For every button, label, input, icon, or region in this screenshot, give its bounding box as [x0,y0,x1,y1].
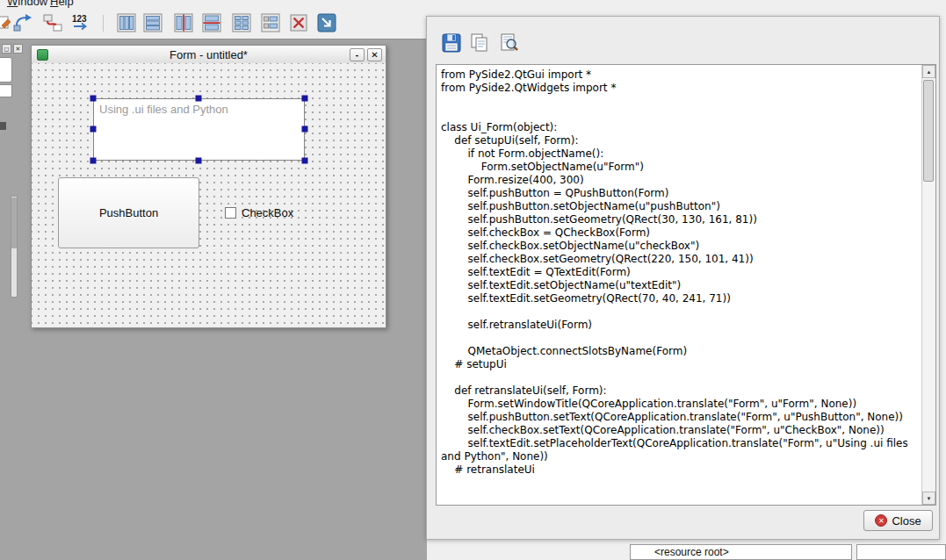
code-scrollbar-thumb[interactable] [923,80,934,182]
code-line [441,371,908,384]
pushbutton-widget[interactable]: PushButton [58,177,199,248]
find-icon[interactable] [499,32,520,54]
resource-root-item[interactable]: <resource root> [630,544,852,560]
code-line: and Python", None)) [441,450,908,463]
code-line: Form.setObjectName(u"Form") [441,161,908,174]
code-line: QMetaObject.connectSlotsByName(Form) [441,345,908,358]
code-text: from PySide2.QtGui import *from PySide2.… [441,68,908,477]
selection-handle-top-mid[interactable] [196,96,202,102]
code-line: self.textEdit.setGeometry(QRect(70, 40, … [441,292,908,305]
code-line: self.pushButton.setText(QCoreApplication… [441,411,908,424]
checkbox-widget[interactable]: CheckBox [225,195,314,231]
close-button-label: Close [892,514,921,528]
code-line: self.pushButton.setObjectName(u"pushButt… [441,200,908,213]
code-line: self.textEdit.setPlaceholderText(QCoreAp… [441,437,908,450]
code-line: # setupUi [441,358,908,371]
code-line: class Ui_Form(object): [441,121,908,134]
adjust-size-icon[interactable] [316,12,337,33]
selection-handle-bottom-right[interactable] [302,158,308,164]
code-line: Form.setWindowTitle(QCoreApplication.tra… [441,398,908,411]
code-line: self.textEdit.setObjectName(u"textEdit") [441,279,908,292]
code-line: Form.resize(400, 300) [441,174,908,187]
menu-window[interactable]: Window [7,0,47,8]
code-line [441,95,908,108]
close-x-icon: ✕ [875,514,887,527]
code-line [441,305,908,319]
code-line: self.textEdit = QTextEdit(Form) [441,266,908,279]
layout-grid-icon[interactable] [231,12,252,33]
code-line: if not Form.objectName(): [441,147,908,161]
tab-order-text: 123 [72,14,87,24]
break-layout-icon[interactable] [288,12,309,33]
form-window-title: Form - untitled* [32,48,386,61]
resource-root-label: <resource root> [654,546,729,558]
layout-horizontal-icon[interactable] [116,12,137,33]
scroll-up-icon[interactable]: ▲ [922,65,935,78]
minimize-button[interactable]: - [350,48,365,61]
qt-designer-window: Window Help 123 [0,0,946,560]
code-line: self.checkBox.setGeometry(QRect(220, 150… [441,253,908,266]
textedit-placeholder: Using .ui files and Python [99,103,228,116]
menubar: Window Help [0,0,426,8]
layout-vertical-icon[interactable] [142,12,163,33]
edit-widgets-icon[interactable] [0,12,12,33]
code-line: self.retranslateUi(Form) [441,319,908,332]
code-line: def retranslateUi(self, Form): [441,384,908,398]
layout-horizontal-splitter-icon[interactable] [173,12,194,33]
form-window-icon [37,49,48,61]
code-line: from PySide2.QtWidgets import * [441,82,908,95]
textedit-widget[interactable]: Using .ui files and Python [93,98,305,161]
code-scrollbar[interactable]: ▲ ▼ [921,65,935,505]
code-line: def setupUi(self, Form): [441,134,908,147]
widgetbox-item-fragment [0,84,12,97]
edit-buddies-icon[interactable] [42,12,63,33]
code-line: from PySide2.QtGui import * [441,68,908,82]
form-designer-window: Form - untitled* - ✕ Using .ui files and… [31,45,386,328]
selection-handle-mid-left[interactable] [90,126,97,133]
mdi-workspace: ◻ ✕ Form - untitled* - ✕ Using .ui files… [0,39,427,560]
code-view[interactable]: from PySide2.QtGui import *from PySide2.… [436,64,936,506]
code-line: self.checkBox.setText(QCoreApplication.t… [441,424,908,437]
toolbar-separator [103,15,104,32]
checkbox-label: CheckBox [242,206,293,219]
menu-help[interactable]: Help [50,0,74,8]
resource-panel-fragment [856,544,946,560]
code-line [441,332,908,345]
code-line: self.pushButton = QPushButton(Form) [441,187,908,200]
layout-form-icon[interactable] [260,12,281,33]
code-line: self.pushButton.setGeometry(QRect(30, 13… [441,213,908,226]
code-line: # retranslateUi [441,463,908,477]
dialog-close-button[interactable]: ✕ Close [863,510,933,531]
dock-scrollbar-thumb[interactable] [11,197,17,248]
selection-handle-bottom-mid[interactable] [196,158,202,164]
scroll-down-glyph: ▼ [927,496,932,501]
close-button[interactable]: ✕ [367,48,382,61]
code-preview-dialog: from PySide2.QtGui import *from PySide2.… [426,16,940,540]
code-line: self.checkBox.setObjectName(u"checkBox") [441,240,908,253]
widgetbox-filter-field[interactable] [0,57,12,83]
edit-signals-slots-icon[interactable] [12,12,33,33]
selection-handle-top-right[interactable] [302,96,308,102]
selection-handle-bottom-left[interactable] [90,158,97,164]
dock-close-icon[interactable]: ✕ [13,44,23,54]
edit-tab-order-icon[interactable]: 123 [70,12,91,33]
main-toolbar: 123 [0,8,427,39]
copy-icon[interactable] [469,32,490,54]
layout-vertical-splitter-icon[interactable] [201,12,222,33]
selection-handle-mid-right[interactable] [302,126,308,133]
widgetbox-icon [0,122,6,130]
code-line: self.checkBox = QCheckBox(Form) [441,226,908,240]
scroll-down-icon[interactable]: ▼ [922,492,935,505]
code-line [441,108,908,121]
scroll-up-glyph: ▲ [927,69,932,75]
form-window-titlebar[interactable]: Form - untitled* - ✕ [32,46,386,64]
checkbox-indicator[interactable] [225,207,236,219]
selection-handle-top-left[interactable] [90,96,97,102]
dock-scrollbar[interactable] [11,196,18,298]
dock-restore-icon[interactable]: ◻ [2,44,11,54]
save-icon[interactable] [441,32,462,54]
form-canvas[interactable]: Using .ui files and Python PushButton Ch… [32,63,386,327]
